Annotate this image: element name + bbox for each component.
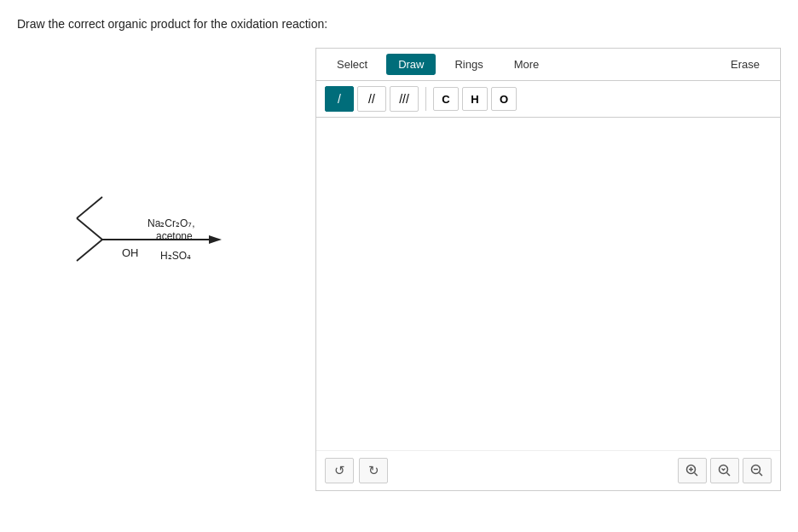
svg-line-7: [695, 473, 698, 477]
draw-tab[interactable]: Draw: [386, 54, 436, 75]
triple-bond-btn[interactable]: ///: [390, 86, 419, 112]
rings-tab[interactable]: Rings: [442, 54, 494, 75]
zoom-in-button[interactable]: [678, 458, 707, 483]
bottom-left-tools: ↺ ↻: [325, 458, 388, 483]
zoom-out-button[interactable]: [743, 458, 772, 483]
carbon-atom-btn[interactable]: C: [433, 87, 459, 111]
zoom-reset-icon: [718, 464, 732, 477]
bond-separator: [425, 87, 426, 111]
svg-point-10: [720, 466, 728, 474]
svg-line-2: [77, 197, 102, 218]
bottom-right-tools: [678, 458, 772, 483]
main-layout: OH Na₂Cr₂O₇, acetone H₂SO₄ Select Draw R…: [17, 48, 781, 491]
reagent-2: acetone: [156, 230, 193, 242]
erase-tab[interactable]: Erase: [719, 54, 772, 75]
more-tab[interactable]: More: [502, 54, 552, 75]
molecule-area: OH Na₂Cr₂O₇, acetone H₂SO₄: [17, 99, 307, 321]
zoom-in-icon: [685, 464, 699, 477]
drawing-panel: Select Draw Rings More Erase / // /// C …: [315, 48, 781, 491]
svg-marker-5: [209, 235, 222, 244]
reagent-3: H₂SO₄: [160, 250, 191, 262]
svg-line-0: [77, 240, 102, 261]
question-text: Draw the correct organic product for the…: [17, 17, 781, 31]
hydrogen-atom-btn[interactable]: H: [462, 87, 488, 111]
bond-tools: / // /// C H O: [316, 81, 780, 118]
select-tab[interactable]: Select: [325, 54, 379, 75]
canvas-area[interactable]: [316, 118, 780, 450]
svg-line-1: [77, 218, 102, 240]
double-bond-btn[interactable]: //: [357, 86, 386, 112]
redo-button[interactable]: ↻: [359, 458, 388, 483]
molecule-svg: OH Na₂Cr₂O₇, acetone H₂SO₄: [30, 116, 286, 304]
reagent-1: Na₂Cr₂O₇,: [147, 217, 195, 229]
svg-line-11: [727, 473, 731, 477]
toolbar: Select Draw Rings More Erase: [316, 49, 780, 81]
zoom-reset-button[interactable]: [710, 458, 739, 483]
oxygen-atom-btn[interactable]: O: [491, 87, 517, 111]
svg-line-13: [760, 473, 763, 477]
undo-button[interactable]: ↺: [325, 458, 354, 483]
single-bond-btn[interactable]: /: [325, 86, 354, 112]
oh-label: OH: [122, 246, 139, 259]
zoom-out-icon: [750, 464, 764, 477]
bottom-toolbar: ↺ ↻: [316, 450, 780, 490]
